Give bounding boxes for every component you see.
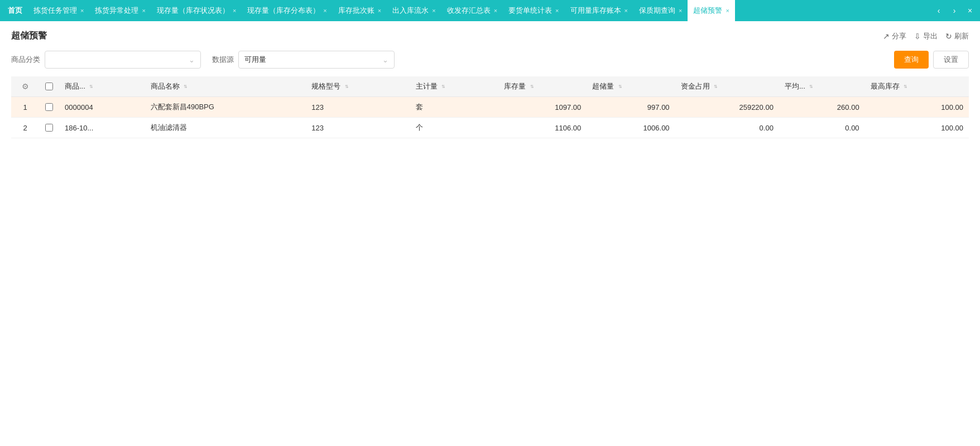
close-icon[interactable]: × <box>378 7 381 14</box>
nav-more-button[interactable]: × <box>962 0 978 21</box>
col-header-stock: 库存量 ⇅ <box>498 76 587 97</box>
sort-icon-avg[interactable]: ⇅ <box>809 85 813 89</box>
close-icon[interactable]: × <box>80 7 84 14</box>
table-header-row: ⚙ 商品... ⇅ 商品名称 ⇅ 规格型号 <box>11 76 969 97</box>
row-capital: 259220.00 <box>675 97 779 118</box>
sort-icon-spec[interactable]: ⇅ <box>345 85 349 89</box>
sort-icon-max[interactable]: ⇅ <box>904 85 907 89</box>
nav-item-home[interactable]: 首页 <box>2 0 28 21</box>
nav-label-shelf-life: 保质期查询 <box>639 6 675 16</box>
col-header-unit: 主计量 ⇅ <box>410 76 498 97</box>
row-overstock: 997.00 <box>587 97 675 118</box>
nav-item-task-mgmt[interactable]: 拣货任务管理 × <box>28 0 89 21</box>
table-body: 1 0000004 六配套新昌490BPG 123 套 1097.00 997.… <box>11 97 969 138</box>
datasource-select[interactable]: 可用量 ⌄ <box>238 51 395 69</box>
refresh-action[interactable]: ↻ 刷新 <box>945 31 969 41</box>
row-avg: 260.00 <box>779 97 865 118</box>
share-label: 分享 <box>892 31 906 41</box>
nav-label-order-stats: 要货单统计表 <box>508 6 552 16</box>
row-code: 0000004 <box>59 97 145 118</box>
nav-next-button[interactable]: › <box>947 0 962 21</box>
close-icon[interactable]: × <box>679 7 682 14</box>
nav-label-inout-flow: 出入库流水 <box>392 6 429 16</box>
close-icon[interactable]: × <box>624 7 628 14</box>
datasource-label: 数据源 <box>212 55 234 65</box>
col-header-overstock: 超储量 ⇅ <box>587 76 675 97</box>
category-select[interactable]: ⌄ <box>45 51 201 69</box>
col-header-code: 商品... ⇅ <box>59 76 145 97</box>
sort-icon-unit[interactable]: ⇅ <box>441 85 445 89</box>
row-capital: 0.00 <box>675 118 779 138</box>
datasource-select-value: 可用量 <box>244 55 266 65</box>
table-row: 2 186-10... 机油滤清器 123 个 1106.00 1006.00 … <box>11 118 969 138</box>
nav-item-inventory-status[interactable]: 现存量（库存状况表） × <box>151 0 242 21</box>
nav-item-shelf-life[interactable]: 保质期查询 × <box>633 0 688 21</box>
nav-label-overstock: 超储预警 <box>693 6 722 16</box>
chevron-down-icon-2: ⌄ <box>382 56 388 64</box>
nav-item-batch-account[interactable]: 库存批次账 × <box>333 0 387 21</box>
query-button[interactable]: 查询 <box>894 51 929 69</box>
nav-item-inout-flow[interactable]: 出入库流水 × <box>387 0 441 21</box>
filter-bar: 商品分类 ⌄ 数据源 可用量 ⌄ 查询 设置 <box>11 51 969 69</box>
row-spec: 123 <box>306 97 410 118</box>
nav-arrows: ‹ › × <box>931 0 978 21</box>
settings-button[interactable]: 设置 <box>933 51 969 69</box>
row-seq: 1 <box>11 97 39 118</box>
nav-label-task-mgmt: 拣货任务管理 <box>33 6 77 16</box>
page-content: 超储预警 ↗ 分享 ⇩ 导出 ↻ 刷新 商品分类 ⌄ 数据源 <box>0 21 980 147</box>
close-icon[interactable]: × <box>494 7 497 14</box>
page-title: 超储预警 <box>11 30 47 42</box>
sort-icon-code[interactable]: ⇅ <box>89 85 93 89</box>
sort-icon-name[interactable]: ⇅ <box>184 85 188 89</box>
sort-icon-capital[interactable]: ⇅ <box>714 85 718 89</box>
sort-icon-overstock[interactable]: ⇅ <box>618 85 622 89</box>
export-action[interactable]: ⇩ 导出 <box>914 31 938 41</box>
nav-item-inventory-dist[interactable]: 现存量（库存分布表） × <box>242 0 332 21</box>
sort-icon-stock[interactable]: ⇅ <box>530 85 534 89</box>
refresh-label: 刷新 <box>954 31 969 41</box>
nav-label-home: 首页 <box>8 6 22 16</box>
nav-label-inventory-dist: 现存量（库存分布表） <box>247 6 320 16</box>
nav-label-abnormal: 拣货异常处理 <box>95 6 138 16</box>
close-icon[interactable]: × <box>233 7 236 14</box>
export-icon: ⇩ <box>914 32 921 41</box>
table-row: 1 0000004 六配套新昌490BPG 123 套 1097.00 997.… <box>11 97 969 118</box>
close-icon[interactable]: × <box>432 7 435 14</box>
col-header-gear: ⚙ <box>11 76 39 97</box>
filter-category: 商品分类 ⌄ <box>11 51 201 69</box>
row-checkbox-cell <box>39 118 59 138</box>
row-avg: 0.00 <box>779 118 865 138</box>
share-icon: ↗ <box>883 32 890 41</box>
col-header-spec: 规格型号 ⇅ <box>306 76 410 97</box>
row-checkbox-cell <box>39 97 59 118</box>
nav-item-abnormal[interactable]: 拣货异常处理 × <box>89 0 151 21</box>
nav-item-overstock[interactable]: 超储预警 × <box>688 0 734 21</box>
data-table: ⚙ 商品... ⇅ 商品名称 ⇅ 规格型号 <box>11 76 969 138</box>
nav-prev-button[interactable]: ‹ <box>931 0 947 21</box>
close-icon[interactable]: × <box>142 7 145 14</box>
nav-item-order-stats[interactable]: 要货单统计表 × <box>503 0 564 21</box>
close-icon[interactable]: × <box>323 7 326 14</box>
select-all-checkbox[interactable] <box>45 83 53 90</box>
row-name: 六配套新昌490BPG <box>145 97 306 118</box>
col-header-avg: 平均... ⇅ <box>779 76 865 97</box>
col-header-checkbox <box>39 76 59 97</box>
col-header-name: 商品名称 ⇅ <box>145 76 306 97</box>
close-icon[interactable]: × <box>555 7 559 14</box>
refresh-icon: ↻ <box>945 32 952 41</box>
row-spec: 123 <box>306 118 410 138</box>
row-checkbox[interactable] <box>45 103 53 111</box>
share-action[interactable]: ↗ 分享 <box>883 31 906 41</box>
gear-icon[interactable]: ⚙ <box>22 82 29 91</box>
nav-item-available-account[interactable]: 可用量库存账本 × <box>565 0 633 21</box>
row-overstock: 1006.00 <box>587 118 675 138</box>
nav-item-collect-summary[interactable]: 收发存汇总表 × <box>441 0 503 21</box>
header-actions: ↗ 分享 ⇩ 导出 ↻ 刷新 <box>883 31 969 41</box>
nav-label-inventory-status: 现存量（库存状况表） <box>157 6 229 16</box>
nav-label-collect-summary: 收发存汇总表 <box>447 6 491 16</box>
row-checkbox[interactable] <box>45 124 53 132</box>
nav-bar: 首页 拣货任务管理 × 拣货异常处理 × 现存量（库存状况表） × 现存量（库存… <box>0 0 980 21</box>
close-icon[interactable]: × <box>726 7 729 14</box>
filter-actions: 查询 设置 <box>894 51 969 69</box>
nav-label-batch-account: 库存批次账 <box>338 6 374 16</box>
